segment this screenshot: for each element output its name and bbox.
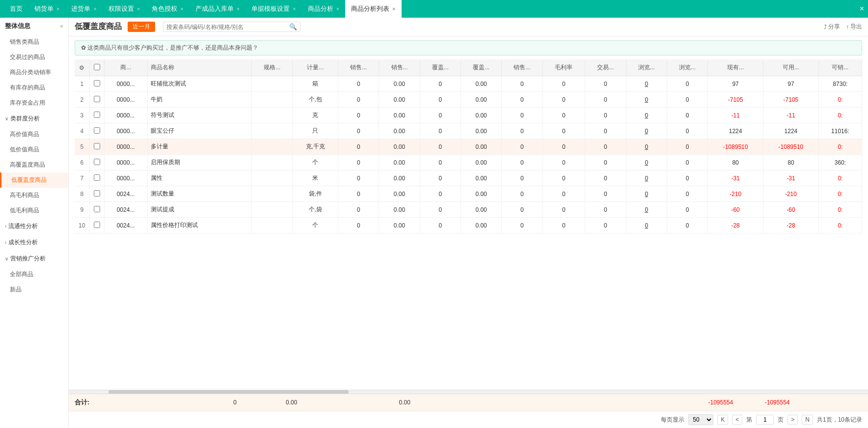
nav-role-auth[interactable]: 角色授权 ×	[146, 0, 189, 18]
row-select-checkbox[interactable]	[94, 174, 100, 181]
row-b2: 0	[667, 92, 707, 108]
sidebar-section-group-analysis[interactable]: ∨ 类群度分析	[0, 111, 68, 127]
row-b1[interactable]: 0	[626, 123, 667, 139]
nav-finished-goods[interactable]: 产成品入库单 ×	[190, 0, 245, 18]
row-checkbox[interactable]	[89, 218, 104, 233]
row-select-checkbox[interactable]	[94, 143, 100, 149]
close-icon[interactable]: ×	[392, 6, 395, 12]
sidebar-item-category-rate[interactable]: 商品分类动销率	[0, 65, 68, 80]
close-icon[interactable]: ×	[237, 6, 240, 12]
row-select-checkbox[interactable]	[94, 127, 100, 134]
row-select-checkbox[interactable]	[94, 96, 100, 102]
close-icon[interactable]: ×	[137, 6, 140, 12]
sidebar-item-high-value[interactable]: 高价值商品	[0, 127, 68, 142]
row-name: 眼宝公仔	[147, 123, 252, 139]
sidebar-item-sales-goods[interactable]: 销售类商品	[0, 34, 68, 50]
page-number-input[interactable]	[756, 415, 774, 425]
row-unit: 只	[293, 123, 338, 139]
row-s1: 0	[338, 186, 379, 202]
row-select-checkbox[interactable]	[94, 190, 100, 197]
row-checkbox[interactable]	[89, 155, 104, 171]
row-unit: 米	[293, 171, 338, 186]
row-b1[interactable]: 0	[626, 186, 667, 202]
footer-cell-cur: -1095554	[692, 399, 749, 406]
nav-product-analysis-list[interactable]: 商品分析列表 ×	[345, 0, 401, 18]
sidebar-item-all-goods[interactable]: 全部商品	[0, 267, 68, 282]
row-checkbox[interactable]	[89, 202, 104, 218]
row-b1[interactable]: 0	[626, 202, 667, 218]
row-b1[interactable]: 0	[626, 92, 667, 108]
close-icon[interactable]: ×	[93, 6, 96, 12]
row-b1[interactable]: 0	[626, 218, 667, 233]
row-cur: -31	[708, 171, 763, 186]
row-tr: 0	[585, 202, 626, 218]
row-b1[interactable]: 0	[626, 155, 667, 171]
row-spec	[252, 171, 293, 186]
row-b1[interactable]: 0	[626, 139, 667, 155]
last-page-button[interactable]: N	[802, 415, 813, 425]
row-checkbox[interactable]	[89, 108, 104, 123]
sidebar-item-low-value[interactable]: 低价值商品	[0, 142, 68, 157]
close-icon[interactable]: ×	[336, 6, 339, 12]
horizontal-scrollbar[interactable]	[69, 390, 868, 394]
row-select-checkbox[interactable]	[94, 222, 100, 228]
close-icon[interactable]: ×	[293, 6, 296, 12]
footer-cell-sale	[806, 399, 862, 406]
row-b1[interactable]: 0	[626, 76, 667, 92]
nav-template-settings[interactable]: 单据模板设置 ×	[245, 0, 301, 18]
sidebar-item-new-goods[interactable]: 新品	[0, 282, 68, 297]
row-select-checkbox[interactable]	[94, 206, 100, 212]
row-checkbox[interactable]	[89, 92, 104, 108]
th-checkbox[interactable]	[89, 59, 104, 76]
search-input[interactable]	[166, 24, 289, 30]
row-checkbox[interactable]	[89, 76, 104, 92]
nav-sales-order[interactable]: 销货单 ×	[28, 0, 65, 18]
per-page-select[interactable]: 50 100 200	[688, 414, 713, 425]
sidebar-section-growth[interactable]: › 成长性分析	[0, 234, 68, 251]
row-name: 多计量	[147, 139, 252, 155]
row-b1[interactable]: 0	[626, 108, 667, 123]
nav-home[interactable]: 首页	[4, 0, 28, 18]
row-checkbox[interactable]	[89, 171, 104, 186]
row-num: 9	[75, 202, 89, 218]
sidebar-item-capital-usage[interactable]: 库存资金占用	[0, 95, 68, 111]
th-settings[interactable]: ⚙	[75, 59, 89, 76]
row-gr: 0	[542, 218, 585, 233]
sidebar-section-circulation[interactable]: › 流通性分析	[0, 218, 68, 234]
sidebar-item-low-margin[interactable]: 低毛利商品	[0, 203, 68, 218]
prev-page-button[interactable]: <	[732, 415, 742, 425]
row-code: 0000...	[104, 171, 147, 186]
filter-recent-month-button[interactable]: 近一月	[128, 22, 155, 32]
share-button[interactable]: ⤴ 分享	[824, 23, 840, 31]
next-page-button[interactable]: >	[787, 415, 798, 425]
sidebar-item-stocked-goods[interactable]: 有库存的商品	[0, 80, 68, 95]
nav-product-analysis[interactable]: 商品分析 ×	[302, 0, 345, 18]
sidebar-item-high-margin[interactable]: 高毛利商品	[0, 188, 68, 203]
collapse-icon: «	[60, 23, 63, 29]
row-select-checkbox[interactable]	[94, 80, 100, 86]
row-select-checkbox[interactable]	[94, 112, 100, 118]
nav-purchase-order[interactable]: 进货单 ×	[65, 0, 102, 18]
sidebar-item-high-coverage[interactable]: 高覆盖度商品	[0, 157, 68, 172]
sidebar-item-low-coverage[interactable]: 低覆盖度商品	[0, 172, 68, 188]
row-cur: -11	[708, 108, 763, 123]
row-spec	[252, 155, 293, 171]
row-avail: -1089510	[763, 139, 819, 155]
row-checkbox[interactable]	[89, 123, 104, 139]
close-icon[interactable]: ×	[180, 6, 183, 12]
export-button[interactable]: ↑ 导出	[846, 23, 862, 31]
select-all-checkbox[interactable]	[94, 64, 100, 70]
share-icon: ⤴	[824, 24, 827, 30]
sidebar-section-marketing[interactable]: ∨ 营销推广分析	[0, 251, 68, 267]
sidebar-collapse-btn[interactable]: 整体信息 «	[0, 18, 68, 34]
first-page-button[interactable]: K	[717, 415, 728, 425]
sidebar-item-traded-goods[interactable]: 交易过的商品	[0, 50, 68, 65]
window-close-button[interactable]: ×	[860, 4, 864, 13]
row-s2: 0.00	[379, 92, 420, 108]
row-select-checkbox[interactable]	[94, 159, 100, 165]
nav-permission-settings[interactable]: 权限设置 ×	[103, 0, 146, 18]
row-b1[interactable]: 0	[626, 171, 667, 186]
row-checkbox[interactable]	[89, 139, 104, 155]
close-icon[interactable]: ×	[56, 6, 59, 12]
row-checkbox[interactable]	[89, 186, 104, 202]
